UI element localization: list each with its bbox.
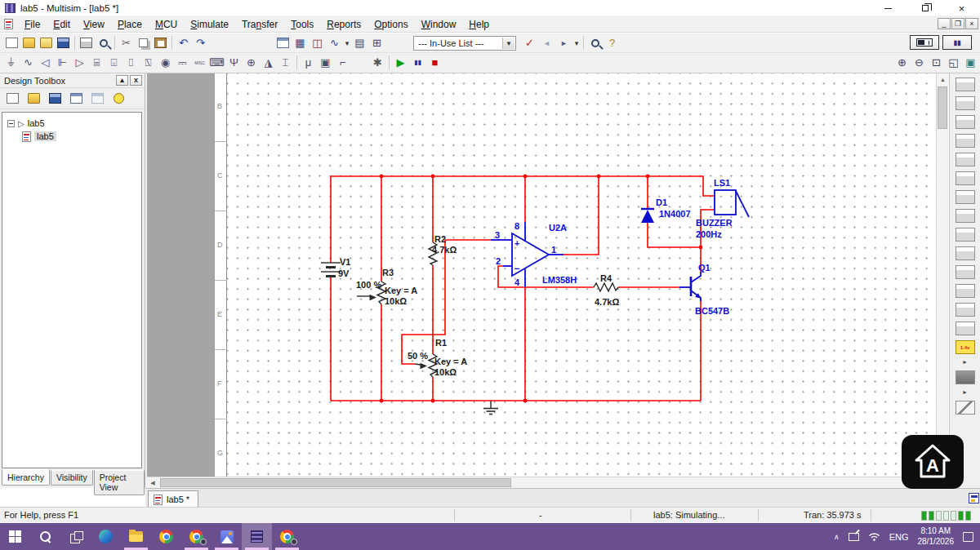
label-v1-value[interactable]: 9V	[338, 268, 350, 278]
label-ls1[interactable]: LS1	[714, 178, 730, 188]
panel-tab-hierarchy[interactable]: Hierarchy	[2, 469, 50, 486]
place-power-icon[interactable]: ⎓	[174, 55, 191, 70]
spice-netlist-icon[interactable]: ◫	[309, 35, 326, 51]
mdi-minimize-button[interactable]: _	[938, 18, 951, 29]
wire-buzzer-bottom[interactable]	[701, 210, 715, 247]
label-r3-percent[interactable]: 100 %	[356, 280, 381, 290]
current-clamp-icon[interactable]	[956, 401, 975, 415]
place-source-icon[interactable]: ⏚	[2, 55, 20, 70]
new-file-icon[interactable]	[3, 35, 20, 51]
new-schematic-icon[interactable]	[5, 91, 20, 106]
language-indicator[interactable]: ENG	[889, 532, 909, 542]
recent-designs-icon[interactable]	[111, 91, 126, 106]
label-lm358h[interactable]: LM358H	[542, 275, 577, 285]
tree-child-label[interactable]: lab5	[34, 131, 56, 141]
label-r4-value[interactable]: 4.7kΩ	[595, 297, 619, 307]
taskbar-chrome-profile-1[interactable]	[181, 523, 212, 550]
transistor-collector[interactable]	[691, 272, 701, 282]
taskbar-chrome[interactable]	[151, 523, 181, 550]
place-misc-icon[interactable]: MISC	[191, 55, 208, 70]
function-generator-icon[interactable]	[956, 96, 975, 110]
back-annotate-icon[interactable]: ◄	[538, 35, 555, 51]
logic-converter-icon[interactable]	[956, 228, 975, 242]
label-d1-value[interactable]: 1N4007	[659, 209, 691, 219]
taskbar-file-explorer[interactable]	[121, 523, 151, 550]
mdi-close-button[interactable]: ×	[965, 18, 978, 29]
taskbar-start[interactable]	[0, 523, 30, 550]
menu-place[interactable]: Place	[111, 17, 149, 32]
label-d1[interactable]: D1	[656, 197, 667, 207]
menu-view[interactable]: View	[77, 17, 111, 32]
label-buzzer[interactable]: BUZZER	[696, 218, 733, 228]
logic-analyzer-icon[interactable]	[956, 246, 975, 260]
menu-reports[interactable]: Reports	[320, 17, 368, 32]
minimize-button[interactable]	[870, 0, 906, 16]
place-ttl-icon[interactable]: ⌸	[88, 55, 105, 70]
find-icon[interactable]	[586, 35, 604, 51]
place-rf-icon[interactable]: Ψ	[225, 55, 243, 70]
panel-close-button[interactable]: x	[130, 75, 142, 86]
label-r4[interactable]: R4	[600, 273, 612, 283]
schematic-canvas[interactable]: BCDEFG	[147, 73, 936, 477]
four-channel-oscilloscope-icon[interactable]	[956, 153, 975, 166]
taskbar-edge[interactable]	[91, 523, 121, 550]
design-toolbox-toggle-icon[interactable]	[274, 35, 292, 51]
label-v1[interactable]: V1	[340, 257, 350, 267]
run-simulation-button[interactable]: ▶	[392, 55, 409, 70]
pen-settings-icon[interactable]	[849, 533, 859, 541]
clock[interactable]: 8:10 AM 28/1/2026	[918, 526, 955, 547]
restore-button[interactable]	[906, 0, 943, 16]
paste-icon[interactable]	[152, 35, 169, 51]
zoom-fit-icon[interactable]: ◱	[945, 55, 962, 70]
simulation-switch-button[interactable]	[910, 35, 939, 50]
place-mcu-icon[interactable]: μ	[300, 55, 317, 70]
redo-icon[interactable]: ↷	[192, 35, 209, 51]
semiconductors[interactable]	[491, 190, 749, 301]
print-icon[interactable]	[78, 35, 95, 51]
panel-minimize-button[interactable]: ▴	[116, 75, 128, 86]
place-electromechanical-icon[interactable]: ⊕	[243, 55, 260, 70]
menu-simulate[interactable]: Simulate	[184, 17, 235, 32]
diode-D1[interactable]	[641, 210, 654, 223]
distortion-analyzer-icon[interactable]	[956, 284, 975, 298]
place-indicator-icon[interactable]: ◉	[157, 55, 174, 70]
multimeter-icon[interactable]	[956, 78, 975, 91]
tab-lab5[interactable]: lab5 *	[148, 490, 198, 508]
simulation-pause-button[interactable]: ▮▮	[942, 35, 972, 50]
menu-transfer[interactable]: Transfer	[235, 17, 284, 32]
menu-tools[interactable]: Tools	[284, 17, 320, 32]
label-q1-value[interactable]: BC547B	[695, 306, 729, 316]
wire-opamp-output[interactable]	[564, 176, 599, 255]
vertical-scroll-thumb[interactable]	[938, 86, 947, 129]
probe-menu-arrow-icon[interactable]: ▸	[963, 359, 966, 366]
label-r1-percent[interactable]: 50 %	[408, 351, 428, 361]
labview-instrument-icon[interactable]	[956, 370, 975, 384]
label-r1-value[interactable]: 10kΩ	[434, 367, 457, 377]
taskbar-chrome-profile-2[interactable]	[272, 523, 302, 550]
open-sample-icon[interactable]	[38, 35, 55, 51]
schematic-capture-icon[interactable]	[969, 493, 979, 503]
design-toolbox-titlebar[interactable]: Design Toolbox ▴ x	[0, 73, 145, 88]
dropdown-arrow-icon[interactable]: ▾	[572, 35, 581, 51]
horizontal-scroll-thumb[interactable]	[160, 478, 511, 487]
action-center-icon[interactable]	[963, 532, 973, 542]
label-r1-key[interactable]: Key = A	[434, 357, 467, 366]
place-ni-component-icon[interactable]: ◮	[260, 55, 277, 70]
taskbar-photos[interactable]	[212, 523, 242, 550]
label-r1[interactable]: R1	[435, 338, 447, 348]
horizontal-scrollbar[interactable]: ◀ ▶	[147, 477, 936, 488]
scroll-up-icon[interactable]: ▲	[937, 73, 949, 85]
measurement-probe-icon[interactable]: 1.4v	[956, 340, 975, 354]
place-analog-icon[interactable]: ▷	[71, 55, 88, 70]
close-window-icon[interactable]	[90, 91, 105, 106]
iv-analyzer-icon[interactable]	[956, 265, 975, 279]
dropdown-arrow-icon[interactable]: ▾	[343, 35, 351, 51]
in-use-list-dropdown[interactable]: --- In-Use List --- ▼	[413, 36, 516, 51]
menu-edit[interactable]: Edit	[47, 17, 77, 32]
new-window-icon[interactable]	[69, 91, 83, 106]
close-button[interactable]: ×	[943, 0, 980, 16]
menu-mcu[interactable]: MCU	[149, 17, 184, 32]
menu-help[interactable]: Help	[462, 17, 496, 32]
spreadsheet-view-icon[interactable]: ▦	[292, 35, 309, 51]
undo-icon[interactable]: ↶	[175, 35, 192, 51]
